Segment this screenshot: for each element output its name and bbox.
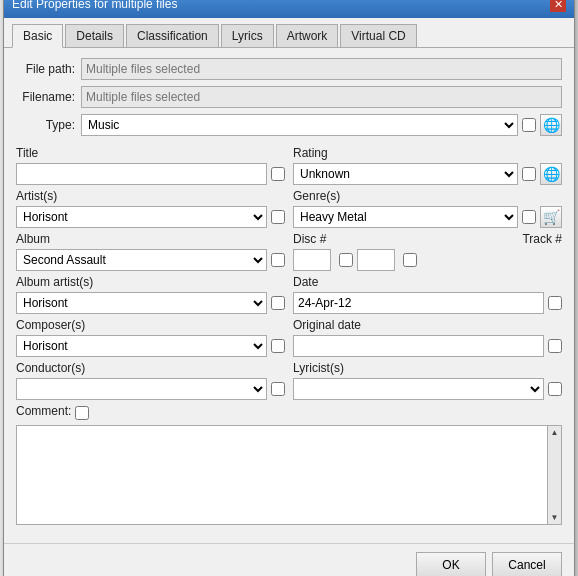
disc-checkbox[interactable]	[339, 253, 353, 267]
artist-genre-row: Artist(s) Horisont Genre(s) Heavy Metal …	[16, 189, 562, 228]
lyricist-checkbox[interactable]	[548, 382, 562, 396]
conductor-label: Conductor(s)	[16, 361, 285, 375]
disc-input[interactable]	[293, 249, 331, 271]
tab-details[interactable]: Details	[65, 24, 124, 47]
tab-artwork[interactable]: Artwork	[276, 24, 339, 47]
album-select[interactable]: Second Assault	[16, 249, 267, 271]
dialog-title: Edit Properties for multiple files	[12, 0, 177, 11]
button-row: OK Cancel	[4, 543, 574, 576]
type-label: Type:	[16, 118, 81, 132]
title-label: Title	[16, 146, 285, 160]
album-checkbox[interactable]	[271, 253, 285, 267]
scroll-down-arrow: ▼	[551, 513, 559, 522]
composer-col: Composer(s) Horisont	[16, 318, 285, 357]
genre-input-row: Heavy Metal Rock Pop 🛒	[293, 206, 562, 228]
rating-input-row: Unknown 1 2 3 4 5 🌐	[293, 163, 562, 185]
comment-label: Comment:	[16, 404, 71, 418]
genre-select[interactable]: Heavy Metal Rock Pop	[293, 206, 518, 228]
tab-bar: Basic Details Classification Lyrics Artw…	[4, 18, 574, 48]
ok-button[interactable]: OK	[416, 552, 486, 576]
album-disc-row: Album Second Assault Disc # Track #	[16, 232, 562, 271]
genre-checkbox[interactable]	[522, 210, 536, 224]
artist-col: Artist(s) Horisont	[16, 189, 285, 228]
comment-row: Comment:	[16, 404, 562, 421]
conductor-select[interactable]	[16, 378, 267, 400]
rating-label: Rating	[293, 146, 562, 160]
albumartist-input-row: Horisont	[16, 292, 285, 314]
rating-checkbox[interactable]	[522, 167, 536, 181]
filename-input[interactable]	[81, 86, 562, 108]
composer-label: Composer(s)	[16, 318, 285, 332]
comment-checkbox[interactable]	[75, 406, 89, 420]
conductor-checkbox[interactable]	[271, 382, 285, 396]
disc-track-col: Disc # Track #	[293, 232, 562, 271]
composer-origdate-row: Composer(s) Horisont Original date	[16, 318, 562, 357]
dialog: Edit Properties for multiple files ✕ Bas…	[3, 0, 575, 576]
origdate-input-row	[293, 335, 562, 357]
filepath-label: File path:	[16, 62, 81, 76]
origdate-input[interactable]	[293, 335, 544, 357]
title-input[interactable]	[16, 163, 267, 185]
conductor-lyricist-row: Conductor(s) Lyricist(s)	[16, 361, 562, 400]
cancel-button[interactable]: Cancel	[492, 552, 562, 576]
date-col: Date	[293, 275, 562, 314]
origdate-col: Original date	[293, 318, 562, 357]
track-checkbox[interactable]	[403, 253, 417, 267]
track-input[interactable]	[357, 249, 395, 271]
artist-label: Artist(s)	[16, 189, 285, 203]
type-icon-button[interactable]: 🌐	[540, 114, 562, 136]
type-row: Type: Music Video Audio Unknown 🌐	[16, 114, 562, 136]
date-label: Date	[293, 275, 562, 289]
tab-basic[interactable]: Basic	[12, 24, 63, 48]
albumartist-checkbox[interactable]	[271, 296, 285, 310]
composer-input-row: Horisont	[16, 335, 285, 357]
albumartist-date-row: Album artist(s) Horisont Date	[16, 275, 562, 314]
date-input[interactable]	[293, 292, 544, 314]
type-checkbox[interactable]	[522, 118, 536, 132]
tab-virtual-cd[interactable]: Virtual CD	[340, 24, 416, 47]
title-col: Title	[16, 146, 285, 185]
rating-icon-button[interactable]: 🌐	[540, 163, 562, 185]
origdate-checkbox[interactable]	[548, 339, 562, 353]
title-bar: Edit Properties for multiple files ✕	[4, 0, 574, 18]
filename-label: Filename:	[16, 90, 81, 104]
filepath-row: File path:	[16, 58, 562, 80]
title-checkbox[interactable]	[271, 167, 285, 181]
genre-col: Genre(s) Heavy Metal Rock Pop 🛒	[293, 189, 562, 228]
origdate-label: Original date	[293, 318, 562, 332]
artist-checkbox[interactable]	[271, 210, 285, 224]
title-input-row	[16, 163, 285, 185]
lyricist-select[interactable]	[293, 378, 544, 400]
album-input-row: Second Assault	[16, 249, 285, 271]
artist-input-row: Horisont	[16, 206, 285, 228]
comment-scrollbar[interactable]: ▲ ▼	[547, 426, 561, 524]
disc-track-inputs	[293, 249, 562, 271]
lyricist-input-row	[293, 378, 562, 400]
conductor-col: Conductor(s)	[16, 361, 285, 400]
genre-label: Genre(s)	[293, 189, 562, 203]
composer-select[interactable]: Horisont	[16, 335, 267, 357]
track-label: Track #	[522, 232, 562, 246]
filename-row: Filename:	[16, 86, 562, 108]
comment-textarea[interactable]	[17, 426, 547, 524]
rating-select[interactable]: Unknown 1 2 3 4 5	[293, 163, 518, 185]
composer-checkbox[interactable]	[271, 339, 285, 353]
albumartist-col: Album artist(s) Horisont	[16, 275, 285, 314]
type-select[interactable]: Music Video Audio Unknown	[81, 114, 518, 136]
filepath-input[interactable]	[81, 58, 562, 80]
date-checkbox[interactable]	[548, 296, 562, 310]
artist-select[interactable]: Horisont	[16, 206, 267, 228]
title-rating-row: Title Rating Unknown 1 2 3 4 5	[16, 146, 562, 185]
conductor-input-row	[16, 378, 285, 400]
albumartist-select[interactable]: Horisont	[16, 292, 267, 314]
lyricist-label: Lyricist(s)	[293, 361, 562, 375]
lyricist-col: Lyricist(s)	[293, 361, 562, 400]
albumartist-label: Album artist(s)	[16, 275, 285, 289]
close-button[interactable]: ✕	[550, 0, 566, 12]
content-area: File path: Filename: Type: Music Video A…	[4, 48, 574, 543]
tab-classification[interactable]: Classification	[126, 24, 219, 47]
disc-label: Disc #	[293, 232, 326, 246]
rating-col: Rating Unknown 1 2 3 4 5 🌐	[293, 146, 562, 185]
genre-icon-button[interactable]: 🛒	[540, 206, 562, 228]
tab-lyrics[interactable]: Lyrics	[221, 24, 274, 47]
